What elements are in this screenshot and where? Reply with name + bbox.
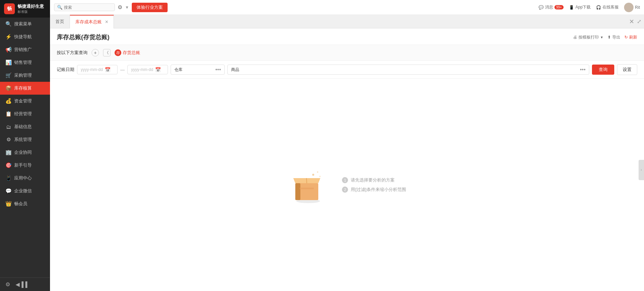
sidebar-item-label: 新手引导 — [14, 162, 32, 168]
online-service-label: 在线客服 — [602, 4, 619, 10]
vip-icon: 👑 — [5, 201, 11, 207]
avatar — [624, 3, 634, 12]
gear-icon[interactable]: ⚙ — [118, 4, 122, 10]
refresh-btn[interactable]: ↻ 刷新 — [624, 34, 637, 40]
tab-close-icon[interactable]: × — [105, 19, 108, 25]
sidebar-nav: 🔍 搜索菜单 ⚡ 快捷导航 📢 营销推广 📊 销售管理 🛒 采购管理 📦 库存核… — [0, 18, 50, 277]
sidebar-item-finance[interactable]: 💰 资金管理 — [0, 95, 50, 107]
messages-label: 消息 — [545, 4, 553, 10]
sidebar-item-sales[interactable]: 📊 销售管理 — [0, 56, 50, 69]
search-icon-topbar: 🔍 — [57, 5, 63, 10]
sidebar-item-newguide[interactable]: 🎯 新手引导 — [0, 159, 50, 172]
filter-add-btn[interactable]: + — [92, 49, 99, 56]
warehouse-label: 仓库 — [174, 67, 182, 73]
print-btn[interactable]: 🖨 按模板打印 ▼ — [573, 34, 603, 40]
svg-rect-5 — [300, 188, 314, 189]
warehouse-more-icon: ••• — [215, 67, 221, 73]
active-tab-label: 库存成本总账 — [75, 19, 102, 25]
empty-num-1: 1 — [342, 177, 348, 183]
finance-icon: 💰 — [5, 98, 11, 104]
sidebar-item-shortcut[interactable]: ⚡ 快捷导航 — [0, 30, 50, 43]
app-logo: 畅 畅捷通好生意 标准版 — [0, 0, 50, 18]
empty-texts: 1 请先选择要分析的方案 2 用[过滤]条件来缩小分析范围 — [342, 177, 406, 193]
settings-button[interactable]: 设置 — [617, 64, 637, 75]
sidebar-item-basic[interactable]: 🗂 基础信息 — [0, 120, 50, 133]
home-tab-label: 首页 — [55, 19, 64, 25]
shortcut-icon: ⚡ — [5, 34, 11, 40]
sidebar-item-label: 资金管理 — [14, 98, 32, 104]
expand-icon[interactable]: ⤢ — [637, 18, 641, 25]
sidebar-item-inventory[interactable]: 📦 库存核算 — [0, 82, 50, 95]
goods-select[interactable]: 商品 ••• — [227, 65, 589, 75]
sidebar-item-marketing[interactable]: 📢 营销推广 — [0, 43, 50, 56]
svg-point-6 — [312, 174, 314, 176]
sidebar-item-company[interactable]: 🏢 企业协同 — [0, 146, 50, 159]
topbar: 🔍 ⚙ ▼ 体验行业方案 💬 消息 99+ 📱 App下载 🎧 在线客服 — [50, 0, 644, 15]
refresh-icon: ↻ — [624, 35, 628, 40]
sidebar-item-purchase[interactable]: 🛒 采购管理 — [0, 69, 50, 82]
empty-num-2: 2 — [342, 187, 348, 193]
calendar-start-icon: 📅 — [105, 67, 110, 72]
app-download-btn[interactable]: 📱 App下载 — [569, 4, 591, 10]
page-header: 库存总账(存货总账) 🖨 按模板打印 ▼ ⬆ 导出 ↻ 刷新 — [50, 28, 644, 45]
sidebar-item-operations[interactable]: 📋 经营管理 — [0, 107, 50, 120]
search-icon: 🔍 — [5, 21, 11, 27]
date-end-input[interactable]: yyyy-mm-dd 📅 — [127, 65, 168, 74]
filter-scheme-icon: 存 — [115, 49, 121, 56]
tab-inventory-ledger[interactable]: 库存成本总账 × — [70, 15, 114, 28]
sidebar-item-label: 应用中心 — [14, 175, 32, 181]
svg-line-4 — [306, 178, 307, 183]
query-button[interactable]: 查询 — [592, 65, 614, 75]
search-input[interactable] — [64, 5, 98, 10]
industry-btn[interactable]: 体验行业方案 — [132, 3, 168, 12]
sidebar-item-search[interactable]: 🔍 搜索菜单 — [0, 18, 50, 30]
svg-point-7 — [317, 171, 318, 173]
sidebar-item-label: 经营管理 — [14, 111, 32, 117]
logo-text: 畅捷通好生意 标准版 — [18, 4, 44, 14]
audio-bottom-icon[interactable]: ◀▐▐ — [16, 281, 27, 288]
sidebar-item-vip[interactable]: 👑 畅会员 — [0, 197, 50, 210]
warehouse-select[interactable]: 仓库 ••• — [171, 65, 225, 75]
sidebar-item-wechat[interactable]: 💬 企业微信 — [0, 185, 50, 197]
sidebar-item-appcenter[interactable]: 📱 应用中心 — [0, 172, 50, 185]
chevron-down-icon: ▼ — [125, 5, 129, 10]
empty-illustration — [288, 168, 328, 202]
page-header-actions: 🖨 按模板打印 ▼ ⬆ 导出 ↻ 刷新 — [573, 34, 637, 40]
export-icon: ⬆ — [608, 35, 611, 40]
newguide-icon: 🎯 — [5, 162, 11, 168]
sidebar-item-label: 快捷导航 — [14, 34, 32, 40]
date-start-input[interactable]: yyyy-mm-dd 📅 — [77, 65, 118, 74]
topbar-search-area[interactable]: 🔍 — [54, 3, 115, 11]
empty-hint-2: 2 用[过滤]条件来缩小分析范围 — [342, 187, 406, 193]
filter-label: 按以下方案查询 — [57, 50, 88, 56]
user-avatar-area[interactable]: Rit — [624, 3, 640, 12]
export-btn[interactable]: ⬆ 导出 — [608, 34, 620, 40]
filter-collapse-btn[interactable]: 《 — [103, 49, 110, 56]
empty-hint-1-text: 请先选择要分析的方案 — [351, 177, 395, 183]
online-service-btn[interactable]: 🎧 在线客服 — [596, 4, 619, 10]
headset-icon: 🎧 — [596, 5, 601, 10]
goods-label: 商品 — [231, 67, 239, 73]
tabs-right-actions: ✕ ⤢ — [629, 18, 644, 25]
svg-rect-2 — [295, 183, 300, 200]
sidebar-item-label: 畅会员 — [14, 201, 27, 207]
sidebar-item-label: 采购管理 — [14, 72, 32, 78]
right-panel-toggle[interactable]: › — [639, 160, 644, 180]
filter-scheme-item[interactable]: 存 存货总账 — [115, 49, 140, 56]
tabs-bar: 首页 库存成本总账 × ✕ ⤢ — [50, 15, 644, 28]
purchase-icon: 🛒 — [5, 72, 11, 78]
sidebar-item-label: 基础信息 — [14, 124, 32, 130]
date-dash: — — [120, 67, 125, 72]
query-bar: 记账日期 yyyy-mm-dd 📅 — yyyy-mm-dd 📅 仓库 ••• … — [50, 61, 644, 79]
page-title: 库存总账(存货总账) — [57, 33, 109, 41]
print-icon: 🖨 — [573, 35, 577, 40]
close-icon-right[interactable]: ✕ — [629, 18, 634, 25]
empty-state: 1 请先选择要分析的方案 2 用[过滤]条件来缩小分析范围 — [50, 79, 644, 291]
tab-home[interactable]: 首页 — [50, 15, 70, 28]
settings-bottom-icon[interactable]: ⚙ — [5, 281, 10, 288]
messages-btn[interactable]: 💬 消息 99+ — [539, 4, 564, 10]
sidebar-bottom: ⚙ ◀▐▐ — [0, 277, 50, 291]
sidebar-item-system[interactable]: ⚙ 系统管理 — [0, 133, 50, 146]
goods-more-icon: ••• — [580, 67, 586, 73]
main-area: 🔍 ⚙ ▼ 体验行业方案 💬 消息 99+ 📱 App下载 🎧 在线客服 — [50, 0, 644, 291]
